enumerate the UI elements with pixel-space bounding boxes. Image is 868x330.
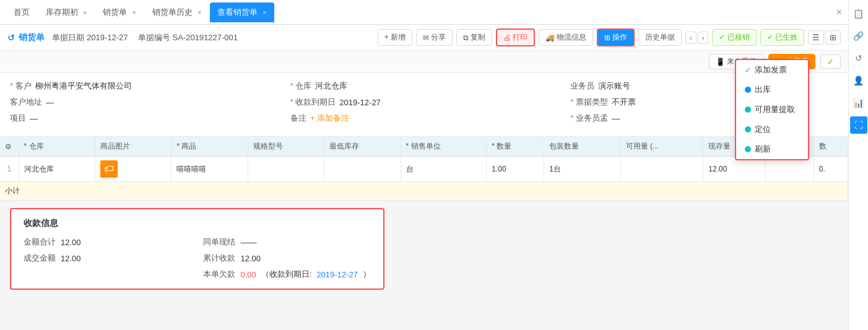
close-all-button[interactable]: ×: [836, 7, 842, 18]
total-amount-label: 金额合计: [24, 237, 56, 248]
dropdown-menu: ✓ 添加发票 出库 可用量提取 定位 刷新: [735, 59, 809, 160]
next-button[interactable]: ›: [698, 32, 709, 44]
sidebar-icon-user[interactable]: 👤: [850, 72, 867, 89]
th-quantity: * 数量: [487, 137, 544, 157]
outstanding-label: 本单欠款: [203, 269, 235, 280]
form-row-1: 客户 柳州粤港平安气体有限公司 仓库 河北仓库 业务员 演示账号: [10, 80, 838, 92]
summary-box: 收款信息 金额合计 12.00 同单现结 —— 成交金额 12.00 累计收款 …: [10, 208, 384, 290]
project-value: —: [30, 114, 38, 123]
row-available: [620, 157, 703, 182]
row-product: 嘻嘻嘻嘻: [171, 157, 248, 182]
product-image: 🏷: [100, 160, 118, 178]
dropdown-item-invoice[interactable]: ✓ 添加发票: [736, 60, 808, 80]
outstanding-item: 本单欠款 0.00 （收款到期日: 2019-12-27 ）: [203, 269, 370, 280]
sidebar-icon-chart[interactable]: 📊: [850, 94, 867, 111]
date-meta: 单据日期 2019-12-27: [52, 32, 128, 43]
deal-amount-value: 12.00: [61, 254, 81, 263]
customer-field: 客户 柳州粤港平安气体有限公司: [10, 80, 278, 92]
tab-sales-close[interactable]: ×: [132, 9, 136, 16]
dropdown-item-locate-label: 定位: [755, 124, 771, 135]
ticket-type-value: 不开票: [612, 97, 636, 108]
customer-label: 客户: [10, 80, 32, 92]
salesman-label: 业务员孟: [570, 113, 608, 124]
closed-status: ✓ 已核销: [712, 29, 756, 46]
sidebar-icon-doc[interactable]: 📋: [850, 5, 867, 22]
th-product-img: 商品图片: [95, 137, 171, 157]
project-label: 项目: [10, 113, 26, 124]
invoice-check-icon: ✓: [745, 66, 751, 74]
table-wrapper: ⚙ * 仓库 商品图片 * 商品 规格型号 最低库存 * 销售单位 * 数量 包…: [0, 137, 848, 201]
row-spec: [248, 157, 324, 182]
tab-view-sales[interactable]: 查看销货单 ×: [210, 2, 274, 22]
th-settings[interactable]: ⚙: [0, 137, 19, 157]
new-button[interactable]: + 新增: [378, 29, 412, 46]
address-field: 客户地址 —: [10, 97, 278, 108]
main-toolbar: ↺ 销货单 单据日期 2019-12-27 单据编号 SA-20191227-0…: [0, 25, 848, 51]
product-img-icon: 🏷: [104, 163, 114, 175]
print-button[interactable]: 🖨 打印: [496, 28, 535, 46]
operate-button[interactable]: ⊞ 操作: [597, 28, 635, 46]
subtotal-row: 小计: [0, 182, 848, 201]
copy-button[interactable]: ⧉ 复制: [456, 29, 492, 46]
tab-history-close[interactable]: ×: [197, 9, 201, 16]
dropdown-item-locate[interactable]: 定位: [736, 119, 808, 139]
total-amount-item: 金额合计 12.00: [24, 237, 191, 248]
tab-inventory-close[interactable]: ×: [83, 9, 87, 16]
salesman-value: —: [612, 114, 620, 123]
cumulative-payment-item: 累计收款 12.00: [203, 253, 370, 264]
payment-date-value: 2019-12-27: [339, 98, 381, 107]
sidebar-icon-expand[interactable]: ⛶: [850, 116, 867, 134]
tab-inventory[interactable]: 库存期初 ×: [38, 2, 94, 22]
deal-amount-item: 成交金额 12.00: [24, 253, 191, 264]
share-button[interactable]: ✉ 分享: [416, 29, 453, 46]
same-order-item: 同单现结 ——: [203, 237, 370, 248]
dropdown-item-refresh[interactable]: 刷新: [736, 139, 808, 159]
tab-history[interactable]: 销货单历史 ×: [145, 2, 209, 22]
list-view-button[interactable]: ☰: [808, 30, 824, 45]
dropdown-item-available[interactable]: 可用量提取: [736, 100, 808, 119]
prev-button[interactable]: ‹: [685, 32, 697, 44]
grid-view-button[interactable]: ⊞: [825, 30, 841, 45]
row-num: 1: [0, 157, 19, 182]
no-meta: 单据编号 SA-20191227-001: [138, 32, 238, 43]
no-label: 单据编号: [138, 32, 170, 43]
tab-bar: 首页 库存期初 × 销货单 × 销货单历史 × 查看销货单 × ×: [0, 0, 848, 25]
sidebar-icon-link[interactable]: 🔗: [850, 27, 867, 45]
th-amount: 数: [814, 137, 848, 157]
summary-title: 收款信息: [24, 218, 371, 229]
history-button[interactable]: 历史单据: [638, 29, 682, 46]
right-sidebar: 📋 🔗 ↺ 👤 📊 ⛶: [848, 0, 868, 297]
total-amount-value: 12.00: [61, 238, 81, 247]
available-dot-icon: [745, 106, 751, 113]
check-button[interactable]: ✓: [820, 54, 841, 69]
add-note-button[interactable]: + 添加备注: [310, 113, 349, 124]
toolbar-left: ↺ 销货单 单据日期 2019-12-27 单据编号 SA-20191227-0…: [7, 32, 373, 43]
check-icon: ✓: [827, 57, 834, 66]
print-icon: 🖨: [503, 33, 511, 42]
form-row-2: 客户地址 — 收款到期日 2019-12-27 票据类型 不开票: [10, 97, 838, 108]
table-row: 1 河北仓库 🏷 嘻嘻嘻嘻 台 1.00 1台 12.00: [0, 157, 848, 182]
date-value: 2019-12-27: [87, 33, 128, 42]
outstanding-value: 0.00: [240, 270, 256, 279]
tab-sales[interactable]: 销货单 ×: [95, 2, 143, 22]
row-pack-qty: 1台: [544, 157, 620, 182]
view-icons: ☰ ⊞: [808, 30, 841, 45]
sidebar-icon-refresh[interactable]: ↺: [850, 50, 867, 67]
tab-view-sales-close[interactable]: ×: [263, 9, 266, 16]
outstanding-suffix: （收款到期日:: [261, 269, 312, 280]
dropdown-item-invoice-label: 添加发票: [755, 64, 787, 76]
note-field: 备注 + 添加备注: [290, 113, 558, 124]
deal-amount-label: 成交金额: [24, 253, 56, 264]
payment-date-label: 收款到期日: [290, 97, 336, 108]
th-spec: 规格型号: [248, 137, 324, 157]
employee-label: 业务员: [570, 80, 594, 92]
address-value: —: [46, 98, 54, 107]
customer-value: 柳州粤港平安气体有限公司: [35, 80, 132, 92]
dropdown-item-outbound[interactable]: 出库: [736, 80, 808, 100]
row-min-stock: [324, 157, 401, 182]
product-table: ⚙ * 仓库 商品图片 * 商品 规格型号 最低库存 * 销售单位 * 数量 包…: [0, 137, 848, 201]
mobile-icon: 📱: [716, 58, 725, 66]
logistics-button[interactable]: 🚚 物流信息: [539, 29, 593, 46]
tab-home[interactable]: 首页: [6, 2, 37, 22]
warehouse-label: 仓库: [290, 80, 312, 92]
